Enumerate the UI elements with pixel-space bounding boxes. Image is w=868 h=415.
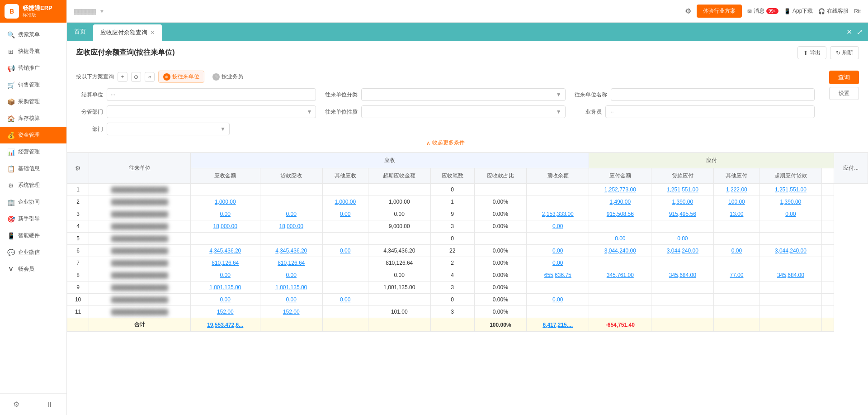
table-cell[interactable]: 1,001,135.00 (190, 281, 260, 294)
sidebar-item-purchase[interactable]: 📦 采购管理 (0, 93, 66, 110)
scheme-by-partner[interactable]: ⊕ 按往来单位 (158, 71, 204, 83)
sidebar-item-wechat[interactable]: 💬 企业微信 (0, 244, 66, 261)
table-cell[interactable]: 810,126.64 (260, 257, 322, 269)
table-cell[interactable]: 1,001,135.00 (260, 281, 322, 294)
table-cell[interactable]: 152.00 (190, 306, 260, 318)
table-cell[interactable]: 8 (67, 269, 89, 281)
col-settings[interactable]: ⚙ (67, 153, 89, 184)
partner-name-input[interactable] (611, 88, 815, 101)
table-cell[interactable]: 0.00 (527, 245, 589, 257)
table-cell[interactable]: 9 (67, 281, 89, 294)
filter-add-button[interactable]: + (118, 72, 127, 82)
table-cell[interactable]: 0 (430, 294, 474, 306)
table-cell[interactable]: 4,345,436.20 (260, 245, 322, 257)
table-cell[interactable]: 7 (67, 257, 89, 269)
table-cell[interactable]: 2 (430, 257, 474, 269)
table-cell[interactable]: 3,044,240.00 (651, 245, 714, 257)
table-cell[interactable]: 0.00 (260, 208, 322, 220)
message-btn[interactable]: ✉ 消息 99+ (747, 7, 778, 15)
table-cell[interactable]: 10 (67, 294, 89, 306)
query-button[interactable]: 查询 (829, 71, 859, 84)
export-button[interactable]: ⬆ 导出 (797, 46, 826, 59)
sidebar-item-marketing[interactable]: 📢 营销推广 (0, 60, 66, 76)
table-cell[interactable]: 1,000.00 (190, 196, 260, 208)
sidebar-item-member[interactable]: V 畅会员 (0, 261, 66, 277)
sidebar-collapse-btn[interactable]: ⏸ (42, 399, 57, 410)
table-cell[interactable]: 0.00 (760, 208, 822, 220)
sidebar-item-search[interactable]: 🔍 搜索菜单 (0, 26, 66, 43)
table-cell[interactable]: 100.00 (714, 196, 760, 208)
table-cell[interactable]: 3 (67, 208, 89, 220)
table-cell[interactable]: 0.00 (190, 269, 260, 281)
sidebar-item-fund[interactable]: 💰 资金管理 (0, 127, 66, 143)
table-cell[interactable]: 345,684.00 (760, 269, 822, 281)
partner-cat-input[interactable]: ▼ (361, 88, 565, 101)
table-cell[interactable]: 1,390.00 (760, 196, 822, 208)
partner-nature-input[interactable]: ▼ (361, 105, 565, 118)
table-cell[interactable]: 0.00 (714, 245, 760, 257)
table-cell[interactable]: 0.00% (474, 281, 527, 294)
table-cell[interactable]: 3 (430, 281, 474, 294)
table-cell[interactable]: 4,345,436.20 (190, 245, 260, 257)
table-cell[interactable]: 0 (430, 233, 474, 245)
table-cell[interactable]: 0.00 (527, 257, 589, 269)
promo-button[interactable]: 体验行业方案 (697, 5, 742, 18)
settlement-input[interactable]: ··· (107, 88, 316, 101)
user-info[interactable]: Rit (854, 8, 861, 14)
sidebar-item-guide[interactable]: 🎯 新手引导 (0, 210, 66, 227)
table-cell[interactable]: 152.00 (260, 306, 322, 318)
refresh-button[interactable]: ↻ 刷新 (830, 46, 859, 59)
service-btn[interactable]: 🎧 在线客服 (818, 7, 849, 15)
table-cell[interactable]: 0.00% (474, 306, 527, 318)
tab-expand-icon[interactable]: ⤢ (857, 28, 863, 36)
table-cell[interactable]: 1,251,551.00 (651, 184, 714, 196)
table-cell[interactable]: 4 (67, 220, 89, 233)
table-cell[interactable]: 4 (430, 269, 474, 281)
table-cell[interactable]: 3,044,240.00 (589, 245, 651, 257)
table-cell[interactable]: 1,000.00 (368, 196, 430, 208)
sidebar-item-sales[interactable]: 🛒 销售管理 (0, 76, 66, 93)
table-cell[interactable]: 2,153,333.00 (527, 208, 589, 220)
collapse-more-button[interactable]: ∧ 收起更多条件 (76, 139, 815, 147)
table-cell[interactable]: 0.00% (474, 245, 527, 257)
table-cell[interactable]: 9 (430, 208, 474, 220)
table-cell[interactable]: 6 (67, 245, 89, 257)
table-cell[interactable]: 0.00 (322, 294, 368, 306)
table-cell[interactable]: 1,251,551.00 (760, 184, 822, 196)
sidebar-item-hardware[interactable]: 📱 智能硬件 (0, 227, 66, 244)
table-cell[interactable]: 4,345,436.20 (368, 245, 430, 257)
table-cell[interactable]: 655,636.75 (527, 269, 589, 281)
tab-arquery[interactable]: 应收应付余额查询 ✕ (93, 24, 162, 41)
app-download-btn[interactable]: 📱 App下载 (784, 7, 813, 15)
table-cell[interactable]: 5 (67, 233, 89, 245)
table-cell[interactable]: 1 (67, 184, 89, 196)
table-cell[interactable]: 13.00 (714, 208, 760, 220)
table-cell[interactable]: 0.00 (322, 245, 368, 257)
table-cell[interactable]: 2 (67, 196, 89, 208)
sidebar-item-inventory[interactable]: 🏠 库存核算 (0, 110, 66, 127)
table-cell[interactable]: 1 (430, 196, 474, 208)
sidebar-item-basic[interactable]: 📋 基础信息 (0, 160, 66, 177)
table-cell[interactable]: 3 (430, 306, 474, 318)
table-cell[interactable]: 0.00 (527, 220, 589, 233)
table-cell[interactable]: 3,044,240.00 (760, 245, 822, 257)
table-cell[interactable]: 77.00 (714, 269, 760, 281)
table-cell[interactable]: 1,490.00 (589, 196, 651, 208)
table-cell[interactable]: 0.00% (474, 196, 527, 208)
table-cell[interactable]: 0.00% (474, 294, 527, 306)
table-cell[interactable]: 3 (430, 220, 474, 233)
table-cell[interactable]: 101.00 (368, 306, 430, 318)
table-cell[interactable]: 0.00% (474, 220, 527, 233)
table-cell[interactable]: 18,000.00 (190, 220, 260, 233)
table-cell[interactable]: 0 (430, 184, 474, 196)
sidebar-item-operation[interactable]: 📊 经营管理 (0, 143, 66, 160)
table-cell[interactable]: 0.00 (368, 269, 430, 281)
settings-button[interactable]: 设置 (829, 87, 859, 100)
table-cell[interactable]: 0.00 (190, 208, 260, 220)
table-cell[interactable]: 1,000.00 (322, 196, 368, 208)
table-cell[interactable]: 0.00% (474, 257, 527, 269)
salesman-input[interactable]: ··· (605, 105, 815, 118)
table-cell[interactable]: 1,222.00 (714, 184, 760, 196)
table-cell[interactable]: 0.00 (260, 294, 322, 306)
tab-home[interactable]: 首页 (67, 23, 93, 41)
